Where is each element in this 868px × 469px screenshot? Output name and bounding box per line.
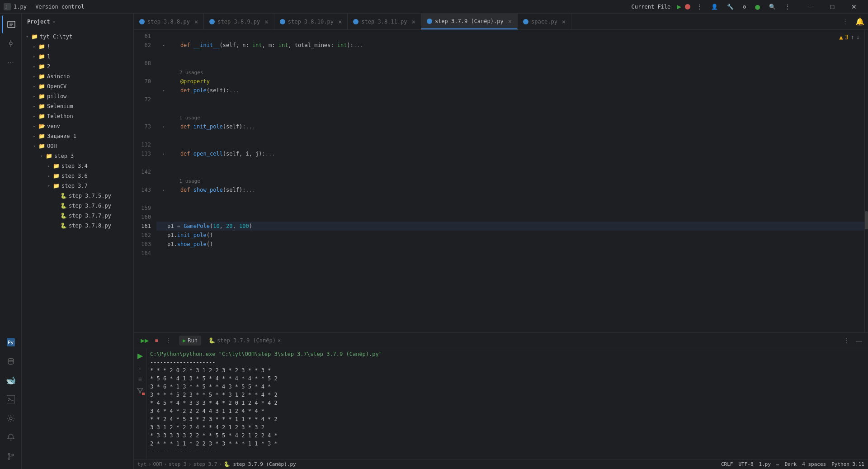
tab-close-3-8-11[interactable]: ×	[411, 18, 415, 25]
tree-item-step375[interactable]: ▸ 🐍 step 3.7.5.py	[22, 191, 133, 201]
more-btn[interactable]: ⋮	[694, 3, 705, 11]
tree-item-zadanie[interactable]: ▸ 📁 Задание_1	[22, 131, 133, 141]
python-console-btn[interactable]: Py	[2, 333, 20, 351]
settings-icon-btn[interactable]	[2, 409, 20, 427]
tree-arrow-step37: ▾	[45, 182, 52, 189]
code-area[interactable]: ▸ def __init__(self, n: int, m: int, tot…	[156, 30, 864, 332]
folder-icon-step37: 📁	[52, 182, 60, 189]
terminal-btn[interactable]	[2, 390, 20, 408]
tree-arrow-asincio: ▸	[31, 73, 38, 80]
tree-item-oop[interactable]: ▾ 📁 ООП	[22, 141, 133, 151]
profile-icon[interactable]: 👤	[708, 3, 721, 11]
term-play-btn[interactable]: ▶	[135, 350, 146, 361]
terminal-tab-saper[interactable]: 🐍 step 3.7.9 (Сапёр) ×	[205, 336, 284, 346]
breadcrumb-step3[interactable]: step 3	[169, 461, 187, 467]
term-line-4: 3 * * * 5 2 3 * * 5 * * 3 1 2 * * 4 * 2	[150, 391, 864, 399]
tree-item-selenium[interactable]: ▸ 📁 Selenium	[22, 101, 133, 111]
close-btn[interactable]: ✕	[844, 0, 864, 14]
editor-main: 61 62 68 70 72 73 132 133 142 143 159	[134, 30, 868, 332]
tree-item-venv[interactable]: ▸ 📂 venv	[22, 121, 133, 131]
tree-item-tyt[interactable]: ▾ 📁 tyt C:\tyt	[22, 32, 133, 42]
terminal-settings-btn[interactable]: ⋮	[841, 335, 852, 346]
tree-item-2[interactable]: ▸ 📁 2	[22, 62, 133, 71]
tab-close-3-8-8[interactable]: ×	[194, 18, 198, 25]
encoding-status[interactable]: CRLF	[721, 461, 733, 467]
tab-space[interactable]: space.py ×	[518, 14, 571, 29]
indent-status[interactable]: 4 spaces	[802, 461, 826, 467]
title-bar: J 1.py – Version control Current File ▶ …	[0, 0, 868, 14]
tab-3-8-9[interactable]: step 3.8.9.py ×	[204, 14, 274, 29]
tree-item-step36[interactable]: ▸ 📁 step 3.6	[22, 171, 133, 181]
tab-close-3-8-10[interactable]: ×	[338, 18, 342, 25]
editor-panel: step 3.8.8.py × step 3.8.9.py × step 3.8…	[134, 14, 868, 469]
breadcrumb-tyt[interactable]: tyt	[137, 461, 146, 467]
tree-item-step34[interactable]: ▸ 📁 step 3.4	[22, 161, 133, 171]
tools-icon[interactable]: 🔧	[724, 3, 736, 11]
tab-3-7-9[interactable]: step 3.7.9 (Сапёр).py ×	[421, 14, 518, 29]
tree-item-asincio[interactable]: ▸ 📁 Asincio	[22, 71, 133, 81]
notifications-btn[interactable]	[2, 428, 20, 446]
minimize-btn[interactable]: ─	[800, 0, 821, 14]
tab-icon-3-8-10	[280, 19, 285, 24]
tab-label-space: space.py	[531, 19, 557, 25]
tree-arrow-oop: ▾	[31, 142, 38, 150]
database-btn[interactable]	[2, 352, 20, 370]
fold-arrow-62[interactable]: ▸	[160, 43, 167, 47]
project-icon-btn[interactable]	[2, 15, 20, 33]
term-list-btn[interactable]: ≡	[135, 374, 146, 384]
language-status[interactable]: Python 3.11	[831, 461, 864, 467]
term-line-3: 3 * 6 * 1 3 * * 5 * * 4 3 * 5 5 * 4 *	[150, 383, 864, 391]
file-name[interactable]: 1.py	[14, 4, 27, 10]
stop-icon[interactable]	[685, 4, 690, 9]
icon-bar-bottom: Py 🐋	[2, 333, 20, 469]
tree-item-step376[interactable]: ▸ 🐍 step 3.7.6.py	[22, 201, 133, 211]
run-icon[interactable]: ▶	[677, 2, 681, 11]
tabs-more-btn[interactable]: ⋮	[840, 16, 850, 27]
breadcrumb-oop[interactable]: ООП	[153, 461, 162, 467]
tab-close-3-7-9[interactable]: ×	[508, 18, 512, 25]
version-control[interactable]: Version control	[35, 4, 84, 10]
more-icon-btn[interactable]: ···	[2, 53, 20, 71]
terminal-stop-btn[interactable]: ■	[151, 335, 162, 346]
tree-item-step37[interactable]: ▾ 📁 step 3.7	[22, 181, 133, 191]
terminal-tab-saper-close[interactable]: ×	[278, 337, 281, 344]
breadcrumb-file[interactable]: 🐍 step 3.7.9 (Сапёр).py	[224, 461, 296, 467]
tree-item-1[interactable]: ▸ 📁 1	[22, 52, 133, 62]
tree-item-telethon[interactable]: ▸ 📁 Telethon	[22, 111, 133, 121]
tree-item-excl[interactable]: ▸ 📁 !	[22, 42, 133, 52]
warning-up-arrow[interactable]: ↑	[850, 33, 854, 41]
current-file-btn[interactable]: Current File	[629, 3, 674, 11]
tab-3-8-8[interactable]: step 3.8.8.py ×	[134, 14, 204, 29]
tree-item-opencv[interactable]: ▸ 📁 OpenCV	[22, 81, 133, 91]
title-more-btn[interactable]: ⋮	[782, 3, 793, 11]
tab-close-space[interactable]: ×	[562, 18, 566, 25]
tab-3-8-11[interactable]: step 3.8.11.py ×	[348, 14, 421, 29]
tree-label-venv: venv	[47, 123, 60, 129]
maximize-btn[interactable]: □	[822, 0, 843, 14]
terminal-more-btn[interactable]: ⋮	[163, 335, 174, 346]
tab-3-8-10[interactable]: step 3.8.10.py ×	[274, 14, 348, 29]
filetype-status[interactable]: 1.py	[759, 461, 771, 467]
warning-down-arrow[interactable]: ↓	[856, 33, 860, 41]
tree-label-step3: step 3	[54, 153, 74, 159]
term-filter-btn[interactable]	[135, 385, 146, 396]
term-scroll-down-btn[interactable]: ↓	[135, 362, 146, 373]
terminal-tab-run[interactable]: ▶ Run	[179, 336, 201, 346]
tree-item-step3[interactable]: ▾ 📁 step 3	[22, 151, 133, 161]
terminal-rerun-btn[interactable]: ▶▶	[139, 335, 150, 346]
search-icon[interactable]: 🔍	[766, 3, 778, 11]
charset-status[interactable]: UTF-8	[738, 461, 753, 467]
settings-icon[interactable]: ⚙	[740, 3, 749, 11]
tree-item-step377[interactable]: ▸ 🐍 step 3.7.7.py	[22, 211, 133, 221]
folder-icon-zadanie: 📁	[38, 133, 45, 140]
breadcrumb-step37[interactable]: step 3.7	[193, 461, 217, 467]
terminal-minimize-btn[interactable]: —	[854, 335, 864, 346]
tree-item-step378[interactable]: ▸ 🐍 step 3.7.8.py	[22, 221, 133, 231]
commit-icon-btn[interactable]	[2, 34, 20, 52]
tree-item-pillow[interactable]: ▸ 📁 pillow	[22, 91, 133, 101]
docker-btn[interactable]: 🐋	[2, 371, 20, 389]
line-num-72: 72	[134, 95, 156, 104]
theme-status[interactable]: Dark	[785, 461, 797, 467]
tab-close-3-8-9[interactable]: ×	[264, 18, 268, 25]
git-branch-btn[interactable]	[2, 447, 20, 465]
